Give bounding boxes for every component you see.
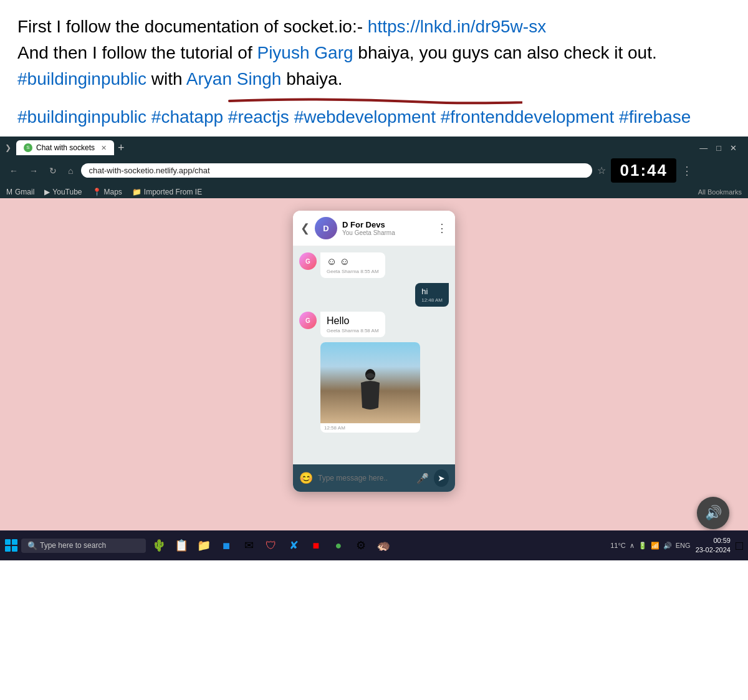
msg-emoji-1: ☺ ☺ (327, 256, 379, 267)
chat-text-input[interactable] (318, 474, 411, 482)
folder-icon: 📁 (132, 188, 141, 196)
chat-header-name: D For Devs (342, 220, 431, 229)
windows-logo[interactable] (5, 539, 17, 552)
chat-input-bar: 😊 🎤 ➤ (293, 464, 455, 492)
chat-send-button[interactable]: ➤ (434, 469, 449, 487)
win-logo-block-tr (12, 539, 17, 545)
bookmark-maps[interactable]: 📍 Maps (92, 188, 122, 196)
bookmark-youtube-label: YouTube (52, 188, 82, 196)
buildinginpublic-hash1[interactable]: #buildinginpublic (17, 69, 146, 89)
maximize-button[interactable]: □ (716, 143, 721, 153)
post-line3-mid: with (146, 69, 186, 89)
taskbar-icon-square-red[interactable]: ■ (307, 536, 325, 555)
taskbar-notification-icon[interactable]: □ (736, 539, 743, 553)
refresh-button[interactable]: ↻ (46, 165, 60, 177)
back-button[interactable]: ← (6, 165, 21, 177)
forward-button[interactable]: → (26, 165, 41, 177)
message-received-1: G ☺ ☺ Geeta Sharma 8:55 AM (299, 252, 449, 278)
taskbar-icon-file[interactable]: 📋 (172, 536, 191, 555)
address-input[interactable] (81, 163, 592, 178)
bookmark-gmail[interactable]: M Gmail (6, 188, 34, 196)
taskbar-icon-circle[interactable]: ● (329, 536, 348, 555)
volume-button[interactable]: 🔊 (697, 497, 729, 529)
tab-chevron-left[interactable]: ❯ (5, 143, 11, 152)
tab-favicon: S (24, 143, 32, 152)
browser-wrapper: ❯ S Chat with sockets ✕ + — □ ✕ ← → ↻ ⌂ … (0, 137, 748, 560)
post-text: First I follow the documentation of sock… (17, 14, 731, 92)
msg-text-received-2: Hello (327, 315, 379, 327)
hashtag-line: #buildinginpublic #chatapp #reactjs #web… (17, 104, 731, 130)
msg-image-time: 12:58 AM (320, 423, 420, 433)
msg-text-sent-1: hi (421, 287, 443, 296)
browser-chrome: ❯ S Chat with sockets ✕ + — □ ✕ ← → ↻ ⌂ … (0, 137, 748, 198)
taskbar-icon-wifi: 📶 (651, 542, 659, 550)
all-bookmarks-label: All Bookmarks (698, 188, 742, 196)
taskbar-date-value: 23-02-2024 (696, 545, 731, 555)
post-section: First I follow the documentation of sock… (0, 0, 748, 137)
browser-tab-bar: ❯ S Chat with sockets ✕ + — □ ✕ (0, 137, 748, 155)
chat-header: ❮ D D For Devs You Geeta Sharma ⋮ (293, 211, 455, 246)
win-logo-block-tl (5, 539, 11, 545)
taskbar-icon-mail[interactable]: ✉ (239, 536, 258, 555)
chat-header-sub: You Geeta Sharma (342, 229, 431, 236)
taskbar-icon-plant[interactable]: 🌵 (150, 536, 168, 555)
browser-menu-icon[interactable]: ⋮ (681, 164, 693, 178)
close-button[interactable]: ✕ (730, 143, 737, 153)
browser-bookmarks-bar: M Gmail ▶ YouTube 📍 Maps 📁 Imported From… (0, 186, 748, 198)
browser-tab-active[interactable]: S Chat with sockets ✕ (16, 140, 114, 155)
bookmark-star-icon[interactable]: ☆ (597, 165, 606, 176)
post-line3-suffix: bhaiya. (281, 69, 342, 89)
taskbar-icon-shield[interactable]: 🛡 (262, 536, 280, 555)
msg-avatar-1: G (299, 252, 317, 270)
chat-avatar: D (315, 217, 337, 239)
gmail-icon: M (6, 188, 12, 196)
post-line2-suffix: bhaiya, you guys can also check it out. (353, 43, 657, 62)
socket-link[interactable]: https://lnkd.in/dr95w-sx (368, 17, 546, 36)
bookmark-youtube[interactable]: ▶ YouTube (44, 188, 82, 196)
bookmark-maps-label: Maps (104, 188, 122, 196)
home-button[interactable]: ⌂ (65, 165, 76, 177)
taskbar-icon-gear[interactable]: ⚙ (352, 536, 370, 555)
taskbar-lang: ENG (676, 542, 691, 549)
chat-emoji-button[interactable]: 😊 (299, 471, 313, 485)
msg-bubble-received-2: Hello Geeta Sharma 8:58 AM (320, 312, 385, 337)
tab-label: Chat with sockets (36, 143, 95, 152)
taskbar-icon-sound: 🔊 (663, 542, 672, 550)
chat-messages: G ☺ ☺ Geeta Sharma 8:55 AM hi 12:48 AM G (293, 246, 455, 464)
chat-back-button[interactable]: ❮ (300, 221, 310, 235)
taskbar-time-value: 00:59 (696, 536, 731, 545)
taskbar-search-text: Type here to search (40, 541, 106, 550)
minimize-button[interactable]: — (699, 143, 707, 153)
window-controls: — □ ✕ (699, 143, 743, 153)
win-logo-block-bl (5, 546, 11, 552)
msg-meta-1: Geeta Sharma 8:55 AM (327, 269, 379, 274)
msg-avatar-2: G (299, 312, 317, 329)
chat-app: ❮ D D For Devs You Geeta Sharma ⋮ G ☺ ☺ … (293, 211, 455, 492)
youtube-icon: ▶ (44, 188, 50, 196)
msg-bubble-received-1: ☺ ☺ Geeta Sharma 8:55 AM (320, 252, 385, 278)
new-tab-button[interactable]: + (118, 141, 125, 155)
taskbar-icon-misc[interactable]: 🦔 (374, 536, 393, 555)
taskbar-sys-info: 11°C ∧ 🔋 📶 🔊 ENG (610, 542, 690, 550)
taskbar-icon-blue[interactable]: ■ (217, 536, 236, 555)
aryan-singh-name: Aryan Singh (186, 69, 282, 89)
taskbar: 🔍 Type here to search 🌵 📋 📁 ■ ✉ 🛡 ✘ ■ ● … (0, 530, 748, 560)
piyush-garg-name: Piyush Garg (257, 43, 353, 62)
chat-menu-icon[interactable]: ⋮ (436, 221, 448, 235)
taskbar-icon-folder[interactable]: 📁 (194, 536, 213, 555)
taskbar-search[interactable]: 🔍 Type here to search (21, 539, 146, 553)
chat-mic-button[interactable]: 🎤 (416, 472, 429, 484)
red-underline (117, 96, 491, 99)
tab-close-button[interactable]: ✕ (101, 144, 107, 152)
taskbar-icon-battery: 🔋 (638, 542, 647, 550)
message-image: 12:58 AM (320, 342, 420, 433)
bookmark-imported[interactable]: 📁 Imported From IE (132, 188, 202, 196)
msg-meta-received-2: Geeta Sharma 8:58 AM (327, 328, 379, 333)
msg-bubble-sent-1: hi 12:48 AM (415, 283, 449, 307)
bookmark-gmail-label: Gmail (15, 188, 34, 196)
taskbar-caret-up[interactable]: ∧ (630, 542, 635, 550)
browser-address-bar: ← → ↻ ⌂ ☆ 01:44 ⋮ (0, 155, 748, 186)
browser-content: ❮ D D For Devs You Geeta Sharma ⋮ G ☺ ☺ … (0, 198, 748, 560)
taskbar-icon-x[interactable]: ✘ (284, 536, 303, 555)
bookmark-imported-label: Imported From IE (144, 188, 202, 196)
